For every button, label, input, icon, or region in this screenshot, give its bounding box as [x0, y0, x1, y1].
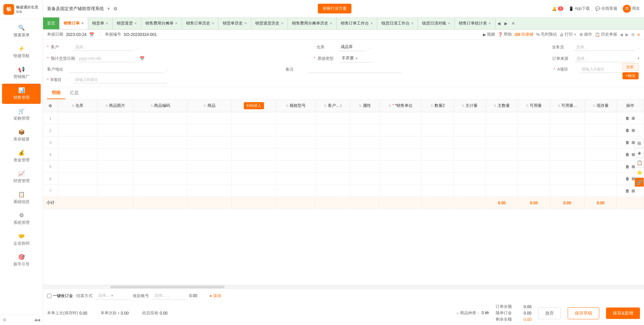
sort-icon[interactable]: ⇅ — [430, 104, 433, 108]
row-4-main-qty[interactable] — [486, 149, 518, 161]
row-3-unit[interactable] — [380, 136, 422, 149]
invoice-select[interactable]: 不开票 ▼ — [340, 54, 373, 63]
sort-icon[interactable]: ⇅ — [72, 104, 74, 108]
row-7-main-unit[interactable] — [454, 185, 486, 197]
shortcut-btn[interactable]: ⌨ 快捷键 — [515, 32, 533, 37]
row-4-avail2[interactable] — [550, 149, 584, 161]
solution-button[interactable]: 体验行业方案 — [318, 4, 351, 13]
profit-btn[interactable]: % 毛利预估 — [536, 32, 557, 37]
row-6-main-qty[interactable] — [486, 173, 518, 185]
collapse-icon[interactable]: ◀◀ — [34, 318, 40, 322]
row-1-img[interactable] — [97, 112, 133, 124]
row-3-qty2[interactable] — [422, 136, 454, 149]
row-3-avail[interactable] — [518, 136, 550, 149]
row-6-main-unit[interactable] — [454, 173, 486, 185]
sidebar-item-collab[interactable]: 🤝 企业协同 — [2, 230, 41, 250]
row-1-qty2[interactable] — [422, 112, 454, 124]
row-7-qty2[interactable] — [422, 185, 454, 197]
tab-close-icon-11[interactable]: ✕ — [448, 22, 450, 25]
copy-icon[interactable]: ⊞ — [632, 189, 635, 193]
row-4-product[interactable] — [187, 149, 232, 161]
delete-icon[interactable]: 🗑 — [626, 128, 630, 133]
tab-summary[interactable]: 汇总 — [65, 87, 83, 99]
right-btn-1[interactable]: ⊞ — [635, 138, 644, 148]
sidebar-item-basic[interactable]: 📋 基础信息 — [2, 188, 41, 208]
delete-icon[interactable]: 🗑 — [626, 152, 630, 157]
row-2-spec[interactable] — [276, 124, 315, 136]
tab-order-workbench[interactable]: 销售订单工作台 ✕ — [337, 17, 377, 30]
copy-icon[interactable]: ⊞ — [632, 116, 635, 121]
salesperson-input[interactable] — [574, 44, 635, 51]
row-2-sku[interactable] — [133, 124, 187, 136]
scroll-bar-area[interactable] — [43, 285, 644, 289]
row-1-avail[interactable] — [518, 112, 550, 124]
row-1-warehouse[interactable] — [58, 112, 97, 124]
row-7-sku[interactable] — [133, 185, 187, 197]
settings-button[interactable]: 设置 — [622, 63, 639, 71]
row-7-avail2[interactable] — [550, 185, 584, 197]
row-6-avail[interactable] — [518, 173, 550, 185]
sidebar-item-quicknav[interactable]: ⚡ 快捷导航 — [2, 42, 41, 62]
print-btn[interactable]: 🖨 打印 ▼ — [560, 32, 577, 37]
row-2-attr[interactable] — [350, 124, 380, 136]
row-5-qty2[interactable] — [422, 161, 454, 173]
delete-icon[interactable]: 🗑 — [626, 164, 630, 169]
row-2-main-qty[interactable] — [486, 124, 518, 136]
tab-close-icon-2[interactable]: ✕ — [106, 22, 108, 25]
tab-close-icon-8[interactable]: ✕ — [330, 22, 332, 25]
tab-invoice-history[interactable]: 销货单历史 ✕ — [219, 17, 251, 30]
row-2-stock[interactable] — [584, 124, 616, 136]
online-support-item[interactable]: 💬 在线客服 — [595, 6, 617, 11]
history-btn[interactable]: 📋 历史单据 — [595, 32, 617, 37]
tab-prev-button[interactable]: ◀ — [495, 21, 502, 26]
row-5-unit[interactable] — [380, 161, 422, 173]
right-btn-4[interactable]: ⭐ — [635, 168, 644, 177]
tab-close-icon-7[interactable]: ✕ — [281, 22, 283, 25]
sort-icon[interactable]: ⇅ — [286, 104, 289, 108]
row-6-customer-code[interactable] — [315, 173, 350, 185]
row-1-unit[interactable] — [380, 112, 422, 124]
row-5-spec[interactable] — [276, 161, 315, 173]
row-5-warehouse[interactable] — [58, 161, 97, 173]
delete-icon[interactable]: 🗑 — [626, 189, 630, 193]
delete-icon[interactable]: 🗑 — [626, 176, 630, 181]
row-4-qty2[interactable] — [422, 149, 454, 161]
row-3-stock[interactable] — [584, 136, 616, 149]
th-setting[interactable]: ⚙ — [43, 99, 58, 112]
tab-detail[interactable]: 明细 — [47, 87, 65, 99]
row-1-main-unit[interactable] — [454, 112, 486, 124]
right-btn-2[interactable]: ◈ — [635, 148, 644, 158]
tab-close-icon-12[interactable]: ✕ — [488, 22, 491, 25]
row-2-img[interactable] — [97, 124, 133, 136]
address-dots[interactable]: ... — [165, 67, 169, 72]
address-input[interactable] — [69, 66, 163, 73]
save-draft-button[interactable]: 保存草稿 — [568, 307, 599, 319]
tab-close-icon-9[interactable]: ✕ — [370, 22, 373, 25]
delete-icon[interactable]: 🗑 — [626, 140, 630, 145]
row-2-qty2[interactable] — [422, 124, 454, 136]
row-4-attr[interactable] — [350, 149, 380, 161]
tab-close-icon-4[interactable]: ✕ — [175, 22, 178, 25]
sort-icon[interactable]: ⇅ — [494, 104, 496, 108]
warehouse-dots[interactable]: ... — [368, 45, 371, 49]
row-7-attr[interactable] — [350, 185, 380, 197]
row-1-main-qty[interactable] — [486, 112, 518, 124]
tab-close-icon[interactable]: ✕ — [81, 22, 84, 25]
row-6-img[interactable] — [97, 173, 133, 185]
customer-input[interactable] — [73, 44, 134, 51]
row-7-img[interactable] — [97, 185, 133, 197]
sidebar-item-marketing[interactable]: 📢 营销推广 — [2, 63, 41, 83]
operation-btn[interactable]: ⚙ 操作 — [579, 32, 592, 37]
calendar-icon[interactable]: 📅 — [89, 32, 94, 37]
save-new-button[interactable]: 保存&新增 — [606, 308, 640, 319]
row-1-attr[interactable] — [350, 112, 380, 124]
tab-next-button[interactable]: ▶ — [502, 21, 509, 26]
quick-deposit-label[interactable]: 一键收订金 — [47, 293, 73, 299]
row-4-customer-code[interactable] — [315, 149, 350, 161]
account-dots[interactable]: ... — [167, 293, 171, 298]
tab-sales-stats[interactable]: 销售订单统计表 ✕ — [455, 17, 495, 30]
delivery-input[interactable] — [77, 55, 138, 62]
row-2-avail2[interactable] — [550, 124, 584, 136]
tab-expense-split[interactable]: 销售费用分摊单 ✕ — [141, 17, 182, 30]
notification-item[interactable]: 🔔 9 — [552, 6, 563, 11]
